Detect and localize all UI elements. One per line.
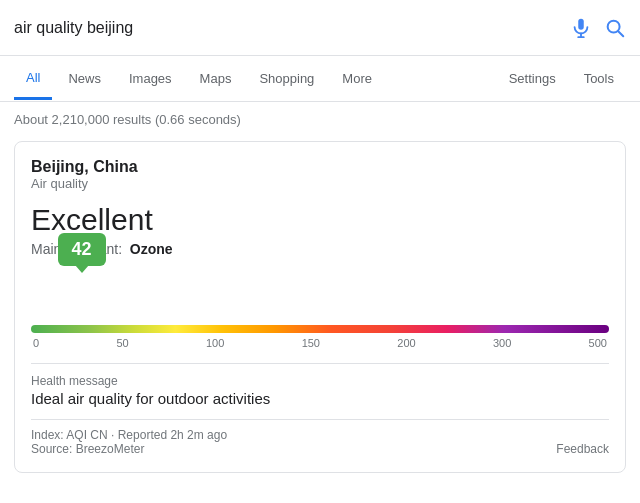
tab-all[interactable]: All bbox=[14, 58, 52, 100]
tab-more[interactable]: More bbox=[330, 59, 384, 98]
gauge-label-100: 100 bbox=[206, 337, 224, 349]
aq-index: Index: AQI CN · Reported 2h 2m ago bbox=[31, 428, 227, 442]
nav-tabs: All News Images Maps Shopping More Setti… bbox=[0, 56, 640, 102]
aq-source: Source: BreezoMeter bbox=[31, 442, 227, 456]
results-count: About 2,210,000 results (0.66 seconds) bbox=[0, 102, 640, 133]
gauge-marker: 42 bbox=[58, 233, 106, 266]
air-quality-card: Beijing, China Air quality Excellent Mai… bbox=[14, 141, 626, 473]
tab-news[interactable]: News bbox=[56, 59, 113, 98]
mic-icon[interactable] bbox=[570, 17, 592, 39]
aq-rating: Excellent bbox=[31, 203, 609, 237]
feedback-button[interactable]: Feedback bbox=[556, 442, 609, 456]
gauge-label-150: 150 bbox=[302, 337, 320, 349]
search-input[interactable] bbox=[14, 19, 570, 37]
search-icon[interactable] bbox=[604, 17, 626, 39]
gauge-bar bbox=[31, 325, 609, 333]
tab-images[interactable]: Images bbox=[117, 59, 184, 98]
health-label: Health message bbox=[31, 374, 609, 388]
gauge-labels: 0 50 100 150 200 300 500 bbox=[31, 337, 609, 349]
aq-pollutant: Main pollutant: Ozone bbox=[31, 241, 609, 257]
tab-tools[interactable]: Tools bbox=[572, 59, 626, 98]
svg-rect-0 bbox=[578, 18, 584, 29]
search-icons bbox=[570, 17, 626, 39]
aq-subtitle: Air quality bbox=[31, 176, 609, 191]
aq-footer: Index: AQI CN · Reported 2h 2m ago Sourc… bbox=[31, 419, 609, 456]
gauge-label-500: 500 bbox=[589, 337, 607, 349]
tab-settings[interactable]: Settings bbox=[497, 59, 568, 98]
aq-location: Beijing, China bbox=[31, 158, 609, 176]
gauge-label-50: 50 bbox=[116, 337, 128, 349]
gauge-label-200: 200 bbox=[397, 337, 415, 349]
aq-index-source: Index: AQI CN · Reported 2h 2m ago Sourc… bbox=[31, 428, 227, 456]
tab-maps[interactable]: Maps bbox=[188, 59, 244, 98]
svg-line-4 bbox=[618, 31, 623, 36]
tab-shopping[interactable]: Shopping bbox=[247, 59, 326, 98]
health-section: Health message Ideal air quality for out… bbox=[31, 363, 609, 407]
aqi-gauge: 42 0 50 100 150 200 300 500 bbox=[31, 275, 609, 349]
pollutant-value: Ozone bbox=[130, 241, 173, 257]
health-message: Ideal air quality for outdoor activities bbox=[31, 390, 609, 407]
gauge-label-300: 300 bbox=[493, 337, 511, 349]
search-input-wrapper bbox=[14, 19, 570, 37]
gauge-label-0: 0 bbox=[33, 337, 39, 349]
aqi-value-bubble: 42 bbox=[58, 233, 106, 266]
search-bar bbox=[0, 0, 640, 56]
